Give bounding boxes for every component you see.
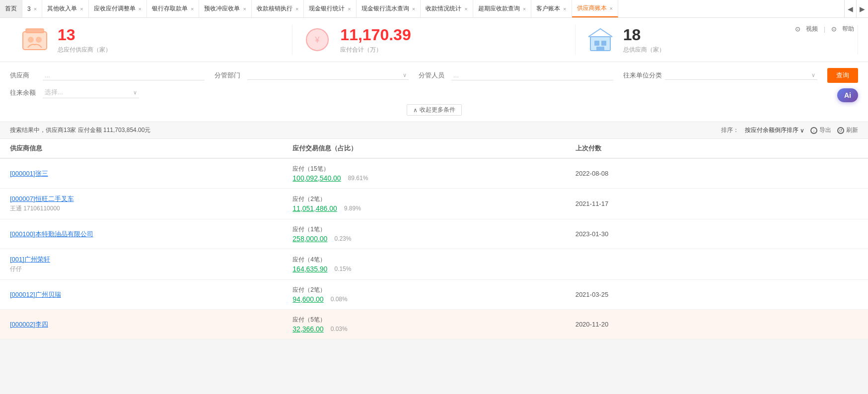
stat-value-ap-total: 11,170.39	[340, 25, 411, 44]
help-link[interactable]: ⊙ 帮助	[829, 25, 856, 33]
person-input[interactable]	[451, 70, 613, 80]
supplier-input[interactable]	[43, 70, 205, 80]
close-icon[interactable]: ×	[610, 5, 613, 11]
svg-rect-9	[596, 47, 604, 51]
nav-item-supplier-ledger[interactable]: 供应商账本 ×	[572, 0, 618, 17]
close-icon[interactable]: ×	[191, 6, 194, 12]
nav-item-other-income[interactable]: 其他收入单 ×	[42, 0, 88, 17]
svg-point-3	[36, 37, 42, 43]
collapse-bar: ∧ 收起更多条件	[10, 102, 858, 118]
svg-text:¥: ¥	[315, 36, 320, 44]
filter-person-label: 分管人员	[419, 71, 448, 80]
nav-label: 应收应付调整单	[94, 4, 136, 13]
nav-item-bank-deposit[interactable]: 银行存取款单 ×	[147, 0, 199, 17]
dept-select[interactable]: ∨	[247, 71, 409, 80]
table-row: [000001]张三 应付（15笔） 100,092,540.00 89.61%…	[0, 159, 868, 189]
close-icon[interactable]: ×	[139, 6, 142, 12]
trans-label-0: 应付（15笔）	[292, 165, 575, 173]
filter-dept-label: 分管部门	[215, 71, 244, 80]
close-icon[interactable]: ×	[295, 6, 298, 12]
top-right-links: ⊙ 视频 | ⊙ 帮助	[791, 25, 858, 33]
trans-row-1: 11,051,486.00 9.89%	[292, 204, 575, 212]
stat-card-ap-suppliers: 13 总应付供应商（家）	[10, 25, 292, 55]
nav-label: 首页	[5, 4, 17, 13]
ap-total-icon: ¥	[302, 25, 332, 55]
stat-label-ap-suppliers: 总应付供应商（家）	[58, 46, 111, 54]
trans-label-2: 应付（1笔）	[292, 225, 575, 234]
sort-value: 按应付余额倒序排序	[745, 126, 798, 134]
filter-area: 供应商 分管部门 ∨ 分管人员 往来单位分类 ∨ 查询	[0, 62, 868, 122]
trans-amount-3[interactable]: 164,635.90	[292, 265, 327, 273]
collapse-up-icon: ∧	[413, 107, 418, 114]
stat-label-ap-total: 应付合计（万）	[340, 46, 411, 54]
supplier-link-4[interactable]: [000012]广州贝瑞	[10, 291, 61, 298]
trans-amount-4[interactable]: 94,600.00	[292, 295, 323, 303]
nav-item-collection-exec[interactable]: 收款核销执行 ×	[252, 0, 304, 17]
close-icon[interactable]: ×	[523, 6, 526, 12]
nav-bar: 首页 3 × 其他收入单 × 应收应付调整单 × 银行存取款单 × 预收冲应收单…	[0, 0, 868, 18]
trans-pct-5: 0.03%	[331, 326, 348, 332]
filter-supplier-label: 供应商	[10, 71, 40, 80]
nav-next-arrow[interactable]: ▶	[856, 0, 868, 18]
supplier-sub-1: 王通 17106110000	[10, 204, 292, 213]
supplier-link-3[interactable]: [001]广州荣轩	[10, 256, 50, 263]
nav-prev-arrow[interactable]: ◀	[844, 0, 856, 18]
supplier-link-5[interactable]: [000002]李四	[10, 321, 48, 328]
refresh-button[interactable]: ↺ 刷新	[837, 126, 858, 134]
balance-chevron-icon: ∨	[133, 89, 137, 96]
trans-amount-0[interactable]: 100,092,540.00	[292, 174, 341, 182]
nav-item-overdue-ar[interactable]: 超期应收款查询 ×	[473, 0, 531, 17]
nav-item-cash-bank-stats[interactable]: 现金银行统计 ×	[304, 0, 356, 17]
trans-label-3: 应付（4笔）	[292, 256, 575, 264]
query-button[interactable]: 查询	[827, 68, 858, 83]
supplier-link-2[interactable]: [000100]本特勤油品有限公司	[10, 230, 93, 238]
nav-item-ar-ap-adjust[interactable]: 应收应付调整单 ×	[89, 0, 147, 17]
dept-chevron-icon: ∨	[403, 72, 407, 78]
supplier-link-1[interactable]: [000007]恒旺二手叉车	[10, 195, 74, 202]
col-last-pay: 上次付数	[576, 144, 858, 153]
close-icon[interactable]: ×	[34, 6, 37, 12]
trans-amount-5[interactable]: 32,366.00	[292, 325, 323, 333]
nav-item-collection-stats[interactable]: 收款情况统计 ×	[421, 0, 473, 17]
nav-item-3[interactable]: 3 ×	[22, 0, 42, 17]
nav-label: 供应商账本	[577, 4, 607, 12]
trans-cell-2: 应付（1笔） 258,000.00 0.23%	[292, 225, 575, 243]
export-button[interactable]: ↓ 导出	[810, 126, 831, 134]
close-icon[interactable]: ×	[563, 6, 566, 12]
category-select[interactable]: ∨	[665, 71, 818, 80]
nav-item-home[interactable]: 首页	[0, 0, 22, 17]
table-row: [000007]恒旺二手叉车 王通 17106110000 应付（2笔） 11,…	[0, 189, 868, 219]
ai-button[interactable]: Ai	[837, 88, 858, 102]
video-link[interactable]: ⊙ 视频	[793, 25, 820, 33]
stat-value-total-suppliers: 18	[623, 25, 665, 44]
nav-item-cash-bank-flow[interactable]: 现金银行流水查询 ×	[357, 0, 421, 17]
supplier-sub-3: 仔仔	[10, 265, 292, 273]
svg-rect-1	[26, 29, 44, 33]
divider: |	[824, 26, 825, 33]
nav-item-customer-ledger[interactable]: 客户账本 ×	[531, 0, 572, 17]
close-icon[interactable]: ×	[348, 6, 351, 12]
trans-pct-0: 89.61%	[348, 175, 368, 182]
filter-row-1: 供应商 分管部门 ∨ 分管人员 往来单位分类 ∨ 查询	[10, 68, 858, 83]
supplier-link-0[interactable]: [000001]张三	[10, 170, 48, 177]
nav-item-prepay-offset[interactable]: 预收冲应收单 ×	[199, 0, 251, 17]
table-header: 供应商信息 应付交易信息（占比） 上次付数	[0, 139, 868, 159]
trans-row-0: 100,092,540.00 89.61%	[292, 174, 575, 182]
stat-value-ap-suppliers: 13	[58, 25, 111, 44]
close-icon[interactable]: ×	[243, 6, 246, 12]
balance-select[interactable]: 选择... ∨	[43, 87, 139, 98]
trans-amount-1[interactable]: 11,051,486.00	[292, 204, 337, 212]
collapse-button[interactable]: ∧ 收起更多条件	[407, 104, 462, 116]
supplier-cell-0: [000001]张三	[10, 169, 292, 178]
table-row: [000012]广州贝瑞 应付（2笔） 94,600.00 0.08% 2021…	[0, 280, 868, 310]
table-row: [001]广州荣轩 仔仔 应付（4笔） 164,635.90 0.15%	[0, 249, 868, 280]
nav-label: 现金银行统计	[309, 4, 345, 13]
trans-amount-2[interactable]: 258,000.00	[292, 235, 327, 243]
sort-select[interactable]: 按应付余额倒序排序 ∨	[745, 126, 804, 134]
close-icon[interactable]: ×	[464, 6, 467, 12]
last-pay-0: 2022-08-08	[576, 170, 609, 177]
trans-cell-0: 应付（15笔） 100,092,540.00 89.61%	[292, 165, 575, 182]
trans-pct-4: 0.08%	[331, 296, 348, 303]
close-icon[interactable]: ×	[412, 6, 415, 12]
close-icon[interactable]: ×	[80, 6, 83, 12]
